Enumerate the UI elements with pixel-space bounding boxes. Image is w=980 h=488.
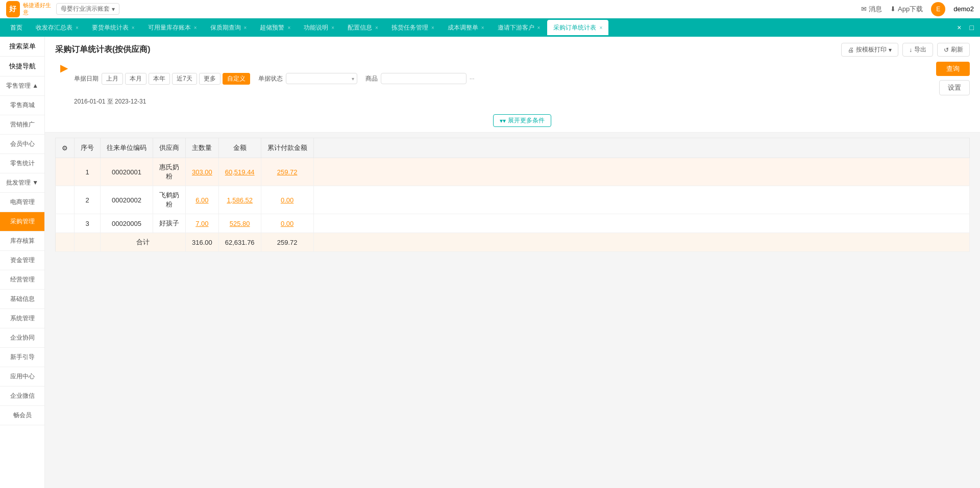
ops-mgmt-label: 经营管理 [10,276,35,283]
sidebar-item-retail-stat[interactable]: 零售统计 [0,154,44,173]
sidebar-item-retail-mall[interactable]: 零售商城 [0,96,44,115]
date-btn-7days[interactable]: 近7天 [172,73,197,85]
sidebar-item-retail-mgmt[interactable]: 零售管理 ▲ [0,76,44,96]
sidebar-item-member-center[interactable]: 会员中心 [0,135,44,154]
tab-config-close-icon[interactable]: × [375,25,378,31]
data-table: ⚙ 序号 往来单位编码 供应商 主数量 金额 累计付款金额 1 000200 [55,138,970,252]
th-settings[interactable]: ⚙ [56,138,75,158]
tab-purchase-stat[interactable]: 采购订单统计表 × [547,20,608,35]
tab-overstock-close-icon[interactable]: × [287,25,290,31]
message-button[interactable]: ✉ 消息 [861,5,882,14]
row1-quantity[interactable]: 303.00 [186,158,219,186]
date-btn-last-month[interactable]: 上月 [102,73,123,85]
sidebar-item-marketing[interactable]: 营销推广 [0,115,44,135]
close-all-tabs-icon[interactable]: × [955,21,963,34]
tab-summary-close-icon[interactable]: × [76,25,79,31]
sidebar-item-vip-member[interactable]: 畅会员 [0,406,44,425]
settings-button[interactable]: 设置 [939,80,970,95]
enterprise-wechat-label: 企业微信 [10,392,35,399]
export-button[interactable]: ↓ 导出 [902,43,933,57]
row3-paid-amount[interactable]: 0.00 [261,214,313,233]
date-range-display: 2016-01-01 至 2023-12-31 [74,97,146,106]
expand-icon: ▾▾ [500,117,506,124]
tab-inventory[interactable]: 可用量库存账本 × [142,20,203,35]
table-row[interactable]: 3 00020005 好孩子 7.00 525.80 0.00 [56,214,970,233]
sidebar-item-wholesale-mgmt[interactable]: 批发管理 ▼ [0,173,44,193]
sidebar-item-app-center[interactable]: 应用中心 [0,367,44,387]
goods-filter-more-icon[interactable]: ··· [470,75,475,82]
maximize-icon[interactable]: □ [968,21,976,34]
tab-pick-task-close-icon[interactable]: × [431,25,434,31]
tab-help-close-icon[interactable]: × [331,25,334,31]
sidebar: 搜索菜单 快捷导航 零售管理 ▲ 零售商城 营销推广 会员中心 零售统计 批发管… [0,37,45,488]
tab-config[interactable]: 配置信息 × [341,20,384,35]
tab-pick-task[interactable]: 拣货任务管理 × [385,20,440,35]
date-filter-item: 单据日期 上月 本月 本年 近7天 更多 自定义 [74,73,250,85]
sidebar-item-quick-nav[interactable]: 快捷导航 [0,57,44,76]
nav-end: × □ [955,21,976,34]
row1-amount[interactable]: 60,519.44 [218,158,261,186]
purchase-mgmt-label: 采购管理 [10,218,35,225]
refresh-icon: ↺ [944,46,949,54]
footer-settings [56,233,75,252]
row2-paid-amount[interactable]: 0.00 [261,186,313,214]
retail-mall-label: 零售商城 [10,101,35,109]
breadcrumb-select[interactable]: 母婴行业演示账套 ▾ [56,3,119,15]
row1-supplier-name: 惠氏奶粉 [153,158,186,186]
table-row[interactable]: 1 00020001 惠氏奶粉 303.00 60,519.44 259.72 [56,158,970,186]
sidebar-item-enterprise-wechat[interactable]: 企业微信 [0,387,44,406]
date-btn-custom[interactable]: 自定义 [223,73,250,85]
filter-toggle-button[interactable]: ▶ [60,63,68,73]
status-select[interactable] [286,73,357,84]
filter-row-1: 单据日期 上月 本月 本年 近7天 更多 自定义 [74,62,970,95]
inventory-check-label: 库存核算 [10,237,35,244]
tab-cost-adjust-close-icon[interactable]: × [481,25,484,31]
tab-cost-adjust[interactable]: 成本调整单 × [442,20,491,35]
user-avatar[interactable]: E [931,2,945,16]
sidebar-item-purchase-mgmt[interactable]: 采购管理 [0,212,44,232]
tab-summary[interactable]: 收发存汇总表 × [30,20,85,35]
tab-inventory-close-icon[interactable]: × [194,25,197,31]
sidebar-item-ecommerce-mgmt[interactable]: 电商管理 [0,193,44,212]
top-right: ✉ 消息 ⬇ App下载 E demo2 [861,2,974,16]
row3-quantity[interactable]: 7.00 [186,214,219,233]
sidebar-item-enterprise-collab[interactable]: 企业协同 [0,328,44,348]
sidebar-item-search-menu[interactable]: 搜索菜单 [0,37,44,57]
tab-help[interactable]: 功能说明 × [298,20,340,35]
sidebar-item-newbie-guide[interactable]: 新手引导 [0,348,44,367]
date-range-row: 2016-01-01 至 2023-12-31 [74,97,970,106]
page-title-row: 采购订单统计表(按供应商) 🖨 按模板打印 ▾ ↓ 导出 ↺ 刷新 [55,43,970,57]
date-btn-more[interactable]: 更多 [199,73,220,85]
row3-amount[interactable]: 525.80 [218,214,261,233]
retail-mgmt-label: 零售管理 [6,82,31,89]
table-row[interactable]: 2 00020002 飞鹤奶粉 6.00 1,586.52 0.00 [56,186,970,214]
tab-purchase-stat-close-icon[interactable]: × [599,25,602,31]
row1-paid-amount[interactable]: 259.72 [261,158,313,186]
row2-quantity[interactable]: 6.00 [186,186,219,214]
tab-expiry-close-icon[interactable]: × [244,25,247,31]
query-button[interactable]: 查询 [936,62,970,76]
expand-filters-button[interactable]: ▾▾ 展开更多条件 [493,114,551,127]
tab-expiry[interactable]: 保质期查询 × [204,20,253,35]
date-btn-this-year[interactable]: 本年 [149,73,170,85]
date-btn-this-month[interactable]: 本月 [125,73,146,85]
sidebar-item-inventory-check[interactable]: 库存核算 [0,232,44,251]
tab-invite[interactable]: 邀请下游客户 × [492,20,547,35]
tab-pick-task-label: 拣货任务管理 [391,23,428,32]
sidebar-item-ops-mgmt[interactable]: 经营管理 [0,270,44,290]
refresh-button[interactable]: ↺ 刷新 [937,43,970,57]
tab-invite-close-icon[interactable]: × [537,25,541,31]
tab-inventory-label: 可用量库存账本 [148,23,191,32]
sidebar-item-sys-mgmt[interactable]: 系统管理 [0,309,44,328]
app-download-button[interactable]: ⬇ App下载 [890,5,923,14]
tab-order-stat-close-icon[interactable]: × [132,25,135,31]
sidebar-item-finance-mgmt[interactable]: 资金管理 [0,251,44,270]
row2-amount[interactable]: 1,586.52 [218,186,261,214]
goods-filter-input[interactable] [381,73,467,84]
print-button[interactable]: 🖨 按模板打印 ▾ [841,43,898,57]
sidebar-item-basic-info[interactable]: 基础信息 [0,290,44,309]
tab-home[interactable]: 首页 [4,20,29,35]
tab-overstock[interactable]: 超储预警 × [254,20,297,35]
page-title: 采购订单统计表(按供应商) [55,44,151,55]
tab-order-stat[interactable]: 要货单统计表 × [86,20,141,35]
